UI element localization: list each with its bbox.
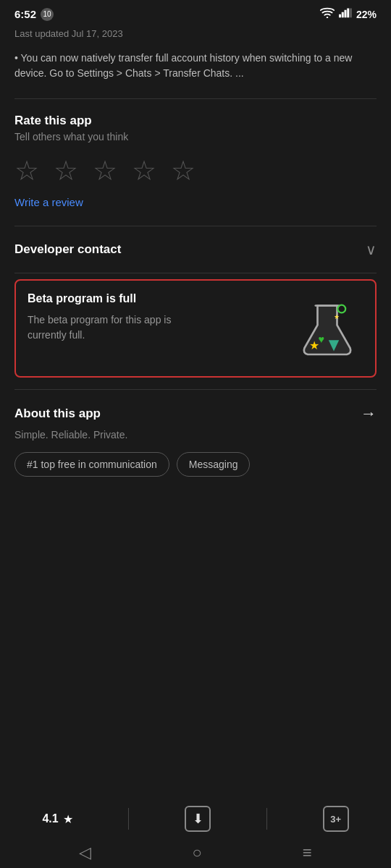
star-2[interactable]: ☆ <box>54 157 78 184</box>
status-time: 6:52 <box>14 8 36 20</box>
stat-divider-1 <box>128 808 129 830</box>
tags-row: #1 top free in communication Messaging <box>14 452 377 480</box>
about-app-section: About this app → Simple. Reliable. Priva… <box>0 390 391 485</box>
status-right: 22% <box>320 7 377 21</box>
rate-section: Rate this app Tell others what you think… <box>0 99 391 226</box>
wifi-icon <box>320 7 335 21</box>
svg-point-7 <box>337 305 345 313</box>
divider-3 <box>14 273 377 273</box>
svg-rect-1 <box>339 14 341 18</box>
beta-program-description: The beta program for this app is current… <box>28 312 201 343</box>
tag-communication[interactable]: #1 top free in communication <box>14 452 169 477</box>
arrow-right-icon: → <box>361 404 377 423</box>
nav-back-button[interactable]: ◁ <box>79 843 91 862</box>
install-icon: ⬇ <box>193 811 203 827</box>
last-updated: Last updated Jul 17, 2023 <box>0 25 391 51</box>
star-4[interactable]: ☆ <box>132 157 156 184</box>
svg-rect-5 <box>350 9 352 18</box>
beta-program-section: Beta program is full The beta program fo… <box>14 279 377 378</box>
developer-contact-row[interactable]: Developer contact ∨ <box>0 226 391 273</box>
bottom-combined-bar: 4.1 ★ ⬇ 3+ ◁ ○ ≡ <box>0 800 391 868</box>
status-left: 6:52 10 <box>14 8 54 21</box>
about-row[interactable]: About this app → <box>14 404 377 423</box>
about-app-description: Simple. Reliable. Private. <box>14 429 377 441</box>
status-bar: 6:52 10 22% <box>0 0 391 25</box>
bottom-stats: 4.1 ★ ⬇ 3+ <box>0 800 391 838</box>
stat-divider-2 <box>266 808 267 830</box>
svg-point-0 <box>327 17 329 18</box>
rating-value: 4.1 <box>42 812 58 825</box>
write-review-link[interactable]: Write a review <box>14 196 83 208</box>
rating-stat: 4.1 ★ <box>42 812 72 826</box>
nav-home-button[interactable]: ○ <box>192 843 201 862</box>
beta-content: Beta program is full The beta program fo… <box>28 292 291 343</box>
star-3[interactable]: ☆ <box>93 157 117 184</box>
notification-badge: 10 <box>41 8 54 21</box>
rating-star-icon: ★ <box>63 812 73 826</box>
star-1[interactable]: ☆ <box>14 157 39 184</box>
rate-title: Rate this app <box>14 114 377 128</box>
signal-icon <box>339 7 352 21</box>
chevron-down-icon: ∨ <box>366 241 377 258</box>
star-5[interactable]: ☆ <box>171 157 196 184</box>
svg-text:★: ★ <box>334 313 340 320</box>
stars-row[interactable]: ☆ ☆ ☆ ☆ ☆ <box>14 157 377 184</box>
beta-illustration: ★ ♥ ★ <box>291 292 363 365</box>
tag-messaging[interactable]: Messaging <box>177 452 251 477</box>
svg-text:★: ★ <box>309 339 319 352</box>
beta-program-title: Beta program is full <box>28 292 291 305</box>
svg-rect-4 <box>347 9 349 18</box>
battery-text: 22% <box>356 9 377 20</box>
svg-rect-3 <box>344 10 346 18</box>
update-note: • You can now natively transfer full acc… <box>0 51 391 98</box>
nav-menu-button[interactable]: ≡ <box>303 843 312 862</box>
about-app-title: About this app <box>14 407 101 421</box>
svg-rect-2 <box>342 12 344 18</box>
age-badge: 3+ <box>323 806 349 832</box>
rate-subtitle: Tell others what you think <box>14 131 377 142</box>
navigation-bar: ◁ ○ ≡ <box>0 838 391 868</box>
install-button[interactable]: ⬇ <box>185 806 211 832</box>
developer-contact-title: Developer contact <box>14 242 121 257</box>
